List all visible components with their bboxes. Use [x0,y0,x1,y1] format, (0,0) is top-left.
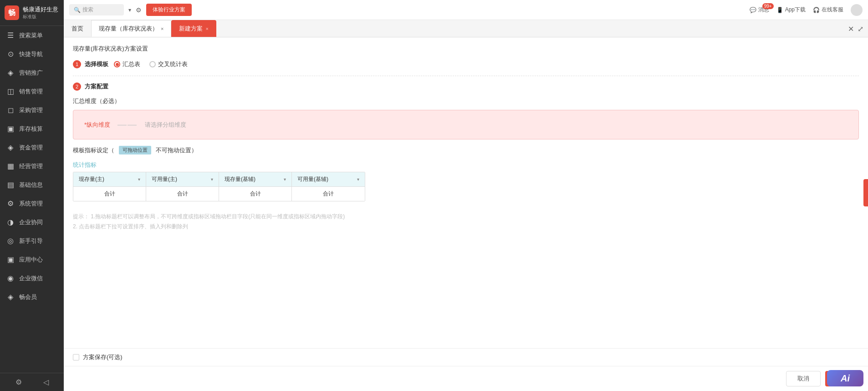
stats-col-1-header[interactable]: 现存量(主) ▾ [73,172,146,186]
sidebar-item-label: 基础信息 [19,181,43,189]
online-service-button[interactable]: 🎧 在线客服 [813,6,843,14]
sidebar-footer: ⚙ ◁ [0,373,64,391]
template-radio-group: 汇总表 交叉统计表 [114,60,188,68]
sidebar-item-system[interactable]: ⚙ 系统管理 [0,194,64,213]
topbar-gear-icon[interactable]: ⚙ [136,6,142,14]
sidebar-item-label: 企业微信 [19,274,43,283]
avatar-image [851,4,863,16]
sidebar-item-label: 企业协同 [19,218,43,226]
message-button[interactable]: 💬 消息 99+ [750,6,769,14]
sidebar-item-new-guide[interactable]: ◎ 新手引导 [0,232,64,250]
cooperation-icon: ◑ [6,218,15,226]
new-guide-icon: ◎ [6,237,15,245]
stats-col-3-label: 现存量(基辅) [225,175,255,183]
topbar: 🔍 搜索 ▾ ⚙ 体验行业方案 💬 消息 99+ 📱 App下载 🎧 在线客服 [64,0,868,20]
ai-badge[interactable]: Ai [827,370,863,386]
business-icon: ▦ [6,162,15,170]
col-4-chevron-icon[interactable]: ▾ [357,177,359,182]
sidebar-item-purchase[interactable]: ◻ 采购管理 [0,101,64,119]
stats-col-4-header[interactable]: 可用量(基辅) ▾ [292,172,365,186]
service-label: 在线客服 [822,6,843,14]
wechat-icon: ◉ [6,274,15,283]
dim-placeholder-text[interactable]: 请选择分组维度 [145,121,186,129]
stats-col-4-label: 可用量(基辅) [297,175,328,183]
stats-col-3-body: 合计 [219,186,292,201]
stats-table-body-row: 合计 合计 合计 合计 [73,186,365,201]
step2-label: 方案配置 [85,82,108,91]
dimension-row: *纵向维度 —— 请选择分组维度 [84,119,848,130]
sidebar-item-finance[interactable]: ◈ 资金管理 [0,138,64,157]
stats-col-1-label: 现存量(主) [79,175,104,183]
app-center-icon: ▣ [6,255,15,264]
sidebar-item-label: 系统管理 [19,200,43,208]
stats-col-3-header[interactable]: 现存量(基辅) ▾ [219,172,292,186]
sidebar-item-marketing[interactable]: ◈ 营销推广 [0,63,64,82]
speaker-footer-icon[interactable]: ◁ [43,378,49,386]
section-divider-1 [73,76,859,76]
tab-home[interactable]: 首页 [64,20,91,37]
tabbar: 首页 现存量（库存状况表） × 新建方案 × ✕ ⤢ [64,20,868,37]
message-icon: 💬 [750,7,756,13]
stats-col-2-body: 合计 [146,186,219,201]
sidebar-item-inventory[interactable]: ▣ 库存核算 [0,119,64,138]
tab-new-plan-close-icon[interactable]: × [205,26,208,31]
search-icon: 🔍 [74,7,81,13]
radio-cross[interactable]: 交叉统计表 [149,60,188,68]
step2-num: 2 [73,82,81,91]
dim-required-text: *纵向维度 [84,121,110,129]
step2-block: 2 方案配置 汇总维度（必选） *纵向维度 —— 请选择分组维度 模板指标设定（ [73,82,859,232]
trial-button[interactable]: 体验行业方案 [146,4,192,16]
sidebar-item-label: 畅会员 [19,293,37,301]
sidebar-item-search-menu[interactable]: ☰ 搜索菜单 [0,26,64,45]
cancel-button[interactable]: 取消 [786,371,821,386]
search-menu-icon: ☰ [6,31,15,40]
col-2-chevron-icon[interactable]: ▾ [211,177,213,182]
sidebar-item-business[interactable]: ▦ 经营管理 [0,157,64,175]
summary-dim-section: 汇总维度（必选） *纵向维度 —— 请选择分组维度 [73,97,859,139]
sidebar-item-wechat[interactable]: ◉ 企业微信 [0,269,64,288]
tab-inventory-status[interactable]: 现存量（库存状况表） × [91,20,171,37]
user-avatar[interactable] [851,4,863,16]
mobile-icon: 📱 [776,7,783,13]
search-text: 搜索 [82,6,93,14]
indicator-label: 模板指标设定（ 可拖动位置 不可拖动位置） [73,146,859,154]
settings-footer-icon[interactable]: ⚙ [15,378,22,386]
col-1-chevron-icon[interactable]: ▾ [138,177,140,182]
sidebar-item-label: 经营管理 [19,162,43,170]
radio-cross-label: 交叉统计表 [158,60,188,68]
sales-icon: ◫ [6,87,15,96]
col-3-chevron-icon[interactable]: ▾ [284,177,286,182]
sidebar-item-label: 应用中心 [19,256,43,264]
stats-col-1-body: 合计 [73,186,146,201]
topbar-search[interactable]: 🔍 搜索 [69,4,124,15]
radio-summary[interactable]: 汇总表 [114,60,140,68]
sidebar-item-base-info[interactable]: ▤ 基础信息 [0,175,64,194]
stats-col-2-header[interactable]: 可用量(主) ▾ [146,172,219,186]
inventory-icon: ▣ [6,124,15,133]
sidebar-item-label: 快捷导航 [19,50,43,58]
tabbar-actions: ✕ ⤢ [848,24,863,33]
topbar-dropdown-arrow[interactable]: ▾ [128,7,131,13]
save-checkbox[interactable] [73,354,79,360]
sidebar: 畅 畅康通好生意 标准版 ☰ 搜索菜单 ⊙ 快捷导航 ◈ 营销推广 ◫ 销售管理… [0,0,64,391]
content-area: 现存量(库存状况表)方案设置 1 选择模板 汇总表 交叉统计表 [64,37,868,348]
sidebar-item-vip[interactable]: ◈ 畅会员 [0,288,64,306]
sidebar-item-quick-nav[interactable]: ⊙ 快捷导航 [0,45,64,63]
tab-inventory-close-icon[interactable]: × [161,26,163,31]
draggable-badge: 可拖动位置 [119,146,151,154]
sidebar-item-cooperation[interactable]: ◑ 企业协同 [0,213,64,232]
sidebar-item-app-center[interactable]: ▣ 应用中心 [0,250,64,269]
stats-table: 现存量(主) ▾ 可用量(主) ▾ 现存量(基辅) ▾ 可用量(基辅) [73,172,365,201]
close-tab-icon[interactable]: ✕ [848,24,854,33]
expand-tab-icon[interactable]: ⤢ [858,24,863,33]
app-download-button[interactable]: 📱 App下载 [776,6,806,14]
action-bar: 取消 查询 [64,366,868,391]
tab-new-plan[interactable]: 新建方案 × [171,20,216,37]
page-title: 现存量(库存状况表)方案设置 [73,45,859,53]
vip-icon: ◈ [6,293,15,301]
topbar-right: 💬 消息 99+ 📱 App下载 🎧 在线客服 [750,4,863,16]
sidebar-item-sales[interactable]: ◫ 销售管理 [0,82,64,101]
sidebar-item-label: 采购管理 [19,106,43,114]
tip-2: 2. 点击标题栏下拉可设置排序、插入列和删除列 [73,222,859,232]
quick-nav-icon: ⊙ [6,50,15,58]
